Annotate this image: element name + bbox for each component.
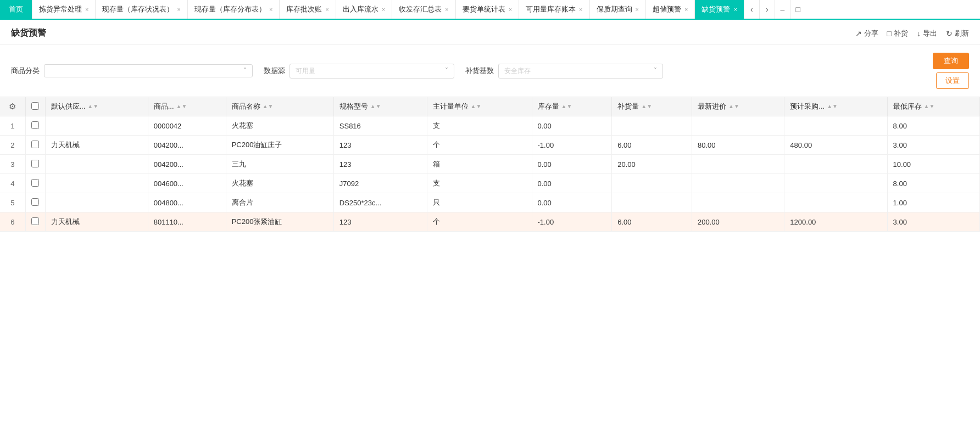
replenish-base-select[interactable]: 安全库存 ˅ (498, 64, 663, 79)
row-checkbox[interactable] (31, 217, 39, 225)
gear-settings-icon[interactable]: ⚙ (9, 102, 16, 111)
tab-close-icon[interactable]: × (445, 6, 448, 13)
row-name: PC200张紧油缸 (226, 212, 333, 232)
tab-close-icon[interactable]: × (177, 6, 180, 13)
row-checkbox[interactable] (31, 179, 39, 187)
tab-close-icon[interactable]: × (509, 6, 512, 13)
tab-inout-flow[interactable]: 出入库流水× (336, 0, 392, 19)
tab-batch-account[interactable]: 库存批次账× (280, 0, 336, 19)
tab-minimize-btn[interactable]: – (775, 0, 790, 19)
row-supplier (45, 193, 148, 212)
table-row[interactable]: 2 力天机械 004200... PC200油缸庄子 123 个 -1.00 6… (0, 136, 980, 155)
tab-available-ledger[interactable]: 可用量库存账本× (519, 0, 589, 19)
tab-close-icon[interactable]: × (85, 6, 88, 13)
row-supplier (45, 174, 148, 193)
col-name[interactable]: 商品名称 ▲▼ (226, 97, 333, 116)
tab-label: 可用量库存账本 (526, 4, 576, 14)
tab-label: 现存量（库存状况表） (102, 4, 174, 14)
row-min-stock: 8.00 (887, 174, 979, 193)
tab-close-icon[interactable]: × (636, 6, 639, 13)
row-min-stock: 10.00 (887, 155, 979, 174)
tab-bar: 首页 拣货异常处理×现存量（库存状况表）×现存量（库存分布表）×库存批次账×出入… (0, 0, 980, 20)
replenish-action[interactable]: □ 补货 (887, 29, 908, 38)
table-row[interactable]: 4 004600... 火花塞 J7092 支 0.00 8.00 (0, 174, 980, 193)
table-row[interactable]: 5 004800... 离合片 DS250*23c... 只 0.00 1.00 (0, 193, 980, 212)
tab-home[interactable]: 首页 (0, 0, 32, 19)
tab-label: 拣货异常处理 (39, 4, 82, 14)
col-supplier[interactable]: 默认供应... ▲▼ (45, 97, 148, 116)
row-code: 004200... (148, 136, 226, 155)
col-spec[interactable]: 规格型号 ▲▼ (333, 97, 427, 116)
row-min-stock: 1.00 (887, 193, 979, 212)
tab-shortage[interactable]: 缺货预警× (695, 0, 744, 19)
export-action[interactable]: ↓ 导出 (917, 29, 937, 38)
row-estimated (784, 193, 887, 212)
row-checkbox-cell (25, 136, 45, 155)
row-latest-price: 200.00 (692, 212, 784, 232)
tab-next-btn[interactable]: › (760, 0, 775, 19)
share-action[interactable]: ↗ 分享 (855, 29, 878, 38)
col-estimated-sort-icon: ▲▼ (827, 104, 838, 109)
row-name: 三九 (226, 155, 333, 174)
row-unit: 个 (427, 212, 532, 232)
row-code: 801110... (148, 212, 226, 232)
row-checkbox[interactable] (31, 160, 39, 167)
tab-label: 缺货预警 (701, 4, 730, 14)
tab-overstock[interactable]: 超储预警× (646, 0, 695, 19)
col-replenish[interactable]: 补货量 ▲▼ (612, 97, 692, 116)
category-select[interactable]: ˅ (44, 64, 253, 77)
col-code-sort-icon: ▲▼ (176, 104, 187, 109)
tab-close-icon[interactable]: × (684, 6, 688, 13)
row-code: 0000042 (148, 116, 226, 136)
col-stock[interactable]: 库存量 ▲▼ (532, 97, 612, 116)
tab-maximize-btn[interactable]: □ (790, 0, 806, 19)
tab-close-icon[interactable]: × (269, 6, 272, 13)
row-checkbox[interactable] (31, 198, 39, 206)
tab-abnormal[interactable]: 拣货异常处理× (32, 0, 96, 19)
row-spec: 123 (333, 136, 427, 155)
row-latest-price (692, 116, 784, 136)
refresh-label: 刷新 (955, 29, 969, 38)
col-name-sort-icon: ▲▼ (263, 104, 274, 109)
col-min-stock[interactable]: 最低库存 ▲▼ (887, 97, 979, 116)
query-button[interactable]: 查询 (933, 53, 969, 69)
settings-button[interactable]: 设置 (936, 72, 969, 89)
category-filter: 商品分类 ˅ (11, 64, 253, 77)
row-latest-price: 80.00 (692, 136, 784, 155)
row-stock: 0.00 (532, 193, 612, 212)
row-checkbox[interactable] (31, 121, 39, 129)
datasource-select[interactable]: 可用量 ˅ (289, 64, 454, 79)
row-checkbox[interactable] (31, 141, 39, 148)
col-spec-sort-icon: ▲▼ (370, 104, 381, 109)
col-unit[interactable]: 主计量单位 ▲▼ (427, 97, 532, 116)
tab-close-icon[interactable]: × (382, 6, 385, 13)
tab-expiry-query[interactable]: 保质期查询× (590, 0, 646, 19)
row-estimated (784, 155, 887, 174)
tab-label: 收发存汇总表 (399, 4, 442, 14)
refresh-icon: ↻ (946, 29, 953, 38)
col-code[interactable]: 商品... ▲▼ (148, 97, 226, 116)
tab-prev-btn[interactable]: ‹ (744, 0, 760, 19)
page-title: 缺货预警 (11, 27, 46, 39)
col-estimated[interactable]: 预计采购... ▲▼ (784, 97, 887, 116)
tab-inventory-status[interactable]: 现存量（库存状况表）× (96, 0, 187, 19)
table-row[interactable]: 6 力天机械 801110... PC200张紧油缸 123 个 -1.00 6… (0, 212, 980, 232)
tab-inventory-dist[interactable]: 现存量（库存分布表）× (188, 0, 280, 19)
table-row[interactable]: 1 0000042 火花塞 SS816 支 0.00 8.00 (0, 116, 980, 136)
col-code-label: 商品... (154, 102, 174, 111)
datasource-filter: 数据源 可用量 ˅ (264, 64, 454, 79)
table-row[interactable]: 3 004200... 三九 123 箱 0.00 20.00 10.00 (0, 155, 980, 174)
col-replenish-label: 补货量 (617, 102, 639, 111)
tab-close-icon[interactable]: × (325, 6, 328, 13)
col-latest-price[interactable]: 最新进价 ▲▼ (692, 97, 784, 116)
refresh-action[interactable]: ↻ 刷新 (946, 29, 969, 38)
tab-order-stat[interactable]: 要货单统计表× (456, 0, 519, 19)
col-min-stock-label: 最低库存 (893, 102, 922, 111)
row-supplier (45, 155, 148, 174)
row-replenish: 6.00 (612, 136, 692, 155)
tab-close-icon[interactable]: × (579, 6, 582, 13)
tab-collect-summary[interactable]: 收发存汇总表× (392, 0, 455, 19)
select-all-checkbox[interactable] (31, 102, 39, 110)
tab-close-icon[interactable]: × (733, 6, 737, 13)
row-spec: 123 (333, 155, 427, 174)
